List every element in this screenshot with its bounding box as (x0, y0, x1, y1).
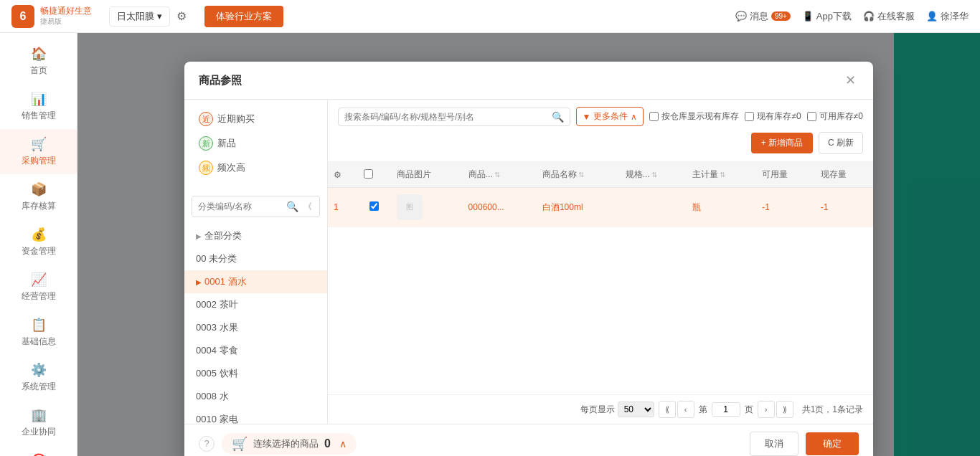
category-item-water[interactable]: 0008 水 (184, 385, 327, 408)
category-item-all[interactable]: ▶ 全部分类 (184, 224, 327, 247)
row-checkbox (358, 188, 390, 227)
modal-header: 商品参照 ✕ (184, 62, 873, 100)
prev-page-button[interactable]: ‹ (677, 401, 694, 418)
row-avail: -1 (756, 188, 814, 227)
table-row[interactable]: 1 图 000600... 白酒100ml (328, 188, 873, 227)
frequent-item[interactable]: 频 频次高 (192, 156, 320, 180)
category-search-box: 🔍 《 (192, 196, 320, 217)
warehouse-filter-checkbox[interactable] (649, 112, 659, 121)
sidebar-item-guide[interactable]: 🎯 新手引导 (0, 445, 77, 456)
sidebar-item-label: 资金管理 (22, 245, 56, 257)
category-item-appliance[interactable]: 0010 家电 (184, 408, 327, 424)
pagination-area: 每页显示 50 20 100 ⟪ ‹ 第 (328, 394, 873, 424)
product-modal: 商品参照 ✕ 近 近期购买 新 新品 (184, 62, 873, 456)
recent-purchases-item[interactable]: 近 近期购买 (192, 107, 320, 131)
notification-label: 消息 (750, 10, 768, 23)
col-spec-header: 规格...⇅ (620, 162, 687, 188)
trial-button[interactable]: 体验行业方案 (204, 6, 283, 27)
cart-area[interactable]: 🛒 连续选择的商品 0 ∧ (222, 433, 357, 455)
category-item-fruit[interactable]: 0003 水果 (184, 316, 327, 339)
collapse-button[interactable]: 《 (303, 199, 314, 214)
last-page-button[interactable]: ⟫ (776, 401, 793, 418)
more-filters-button[interactable]: ▼ 更多条件 ∧ (576, 107, 644, 126)
per-page-label: 每页显示 (580, 404, 615, 416)
sidebar-item-purchase[interactable]: 🛒 采购管理 (0, 129, 77, 174)
usable-filter-checkbox[interactable] (807, 112, 816, 121)
row-stock: -1 (815, 188, 873, 227)
uncategorized-label: 00 未分类 (196, 253, 237, 264)
settings-col-icon[interactable]: ⚙ (334, 170, 341, 180)
confirm-button[interactable]: 确定 (806, 432, 859, 455)
active-arrow-icon: ▶ (196, 278, 202, 286)
cart-collapse-button[interactable]: ∧ (339, 438, 347, 450)
liquor-label: 0001 酒水 (204, 275, 247, 288)
warehouse-filter-text: 按仓库显示现有库存 (661, 110, 739, 123)
footer-right-area: 取消 确定 (750, 432, 859, 456)
sidebar-item-basic[interactable]: 📋 基础信息 (0, 310, 77, 355)
category-item-liquor[interactable]: ▶ 0001 酒水 (184, 270, 327, 293)
cancel-button[interactable]: 取消 (750, 432, 798, 456)
home-icon: 🏠 (31, 46, 47, 62)
sidebar-item-system[interactable]: ⚙️ 系统管理 (0, 355, 77, 400)
notification-item[interactable]: 💬 消息 99+ (735, 10, 791, 23)
modal-title: 商品参照 (199, 74, 242, 87)
category-item-snack[interactable]: 0004 零食 (184, 339, 327, 362)
modal-close-button[interactable]: ✕ (842, 72, 859, 89)
branch-selector[interactable]: 日太阳膜 ▾ (109, 6, 170, 27)
category-list: ▶ 全部分类 00 未分类 ▶ 0001 酒水 0002 茶 (184, 222, 327, 424)
footer-left-area: ? 🛒 连续选择的商品 0 ∧ (199, 433, 357, 455)
help-button[interactable]: ? (199, 436, 215, 452)
filter-icon: ▼ (583, 112, 591, 122)
first-page-button[interactable]: ⟪ (659, 401, 676, 418)
page-nav-area: ⟪ ‹ 第 页 › ⟫ (659, 401, 793, 418)
freq-icon: 频 (199, 161, 213, 175)
sidebar-item-home[interactable]: 🏠 首页 (0, 39, 77, 84)
main-content: 商品参照 ✕ 近 近期购买 新 新品 (77, 33, 980, 456)
page-label: 第 (699, 404, 707, 416)
product-search-icon[interactable]: 🔍 (552, 111, 564, 123)
row-code: 000600... (463, 188, 537, 227)
notification-icon: 💬 (735, 11, 747, 22)
sidebar-item-label: 库存核算 (22, 200, 56, 212)
refresh-button[interactable]: C 刷新 (819, 132, 863, 154)
product-search-input[interactable] (344, 112, 552, 122)
available-filter-label[interactable]: 现有库存≠0 (745, 110, 801, 123)
online-service-item[interactable]: 🎧 在线客服 (863, 10, 915, 23)
available-filter-checkbox[interactable] (745, 112, 754, 121)
sidebar-item-label: 基础信息 (22, 336, 56, 348)
page-unit: 页 (745, 404, 753, 416)
user-avatar[interactable]: 👤 徐泽华 (926, 10, 969, 23)
category-item-tea[interactable]: 0002 茶叶 (184, 293, 327, 316)
sidebar-item-enterprise[interactable]: 🏢 企业协同 (0, 400, 77, 445)
cart-label: 连续选择的商品 (253, 437, 319, 450)
chevron-down-icon: ▾ (157, 11, 162, 22)
app-download-item[interactable]: 📱 App下载 (802, 10, 852, 23)
col-checkbox (358, 162, 390, 188)
row-select-checkbox[interactable] (369, 201, 379, 211)
nav-right-area: 💬 消息 99+ 📱 App下载 🎧 在线客服 👤 徐泽华 (735, 10, 969, 23)
sales-icon: 📊 (31, 91, 47, 107)
page-number-input[interactable] (712, 402, 740, 417)
select-all-checkbox[interactable] (364, 169, 373, 179)
settings-button[interactable]: ⚙ (170, 5, 193, 28)
sidebar-item-label: 系统管理 (22, 381, 56, 393)
usable-filter-label[interactable]: 可用库存≠0 (807, 110, 863, 123)
col-name-header: 商品名称⇅ (537, 162, 620, 188)
warehouse-filter-label[interactable]: 按仓库显示现有库存 (649, 110, 739, 123)
category-search-input[interactable] (198, 201, 286, 212)
new-products-item[interactable]: 新 新品 (192, 131, 320, 156)
row-spec (620, 188, 687, 227)
category-item-beverage[interactable]: 0005 饮料 (184, 362, 327, 385)
next-page-button[interactable]: › (758, 401, 775, 418)
sidebar-item-sales[interactable]: 📊 销售管理 (0, 84, 77, 129)
add-product-button[interactable]: + 新增商品 (751, 133, 813, 153)
sidebar-item-operations[interactable]: 📈 经营管理 (0, 265, 77, 310)
sidebar-item-inventory[interactable]: 📦 库存核算 (0, 174, 77, 219)
sidebar-item-finance[interactable]: 💰 资金管理 (0, 219, 77, 265)
category-item-uncategorized[interactable]: 00 未分类 (184, 247, 327, 270)
app-logo-icon: 6 (11, 5, 34, 28)
filter-label: 更多条件 (593, 110, 628, 123)
product-table: ⚙ 商品图片 商品...⇅ 商品名称⇅ 规格...⇅ 主计量⇅ 可用量 现存量 (328, 162, 873, 227)
per-page-select[interactable]: 50 20 100 (618, 402, 654, 417)
sidebar-item-label: 经营管理 (22, 290, 56, 303)
